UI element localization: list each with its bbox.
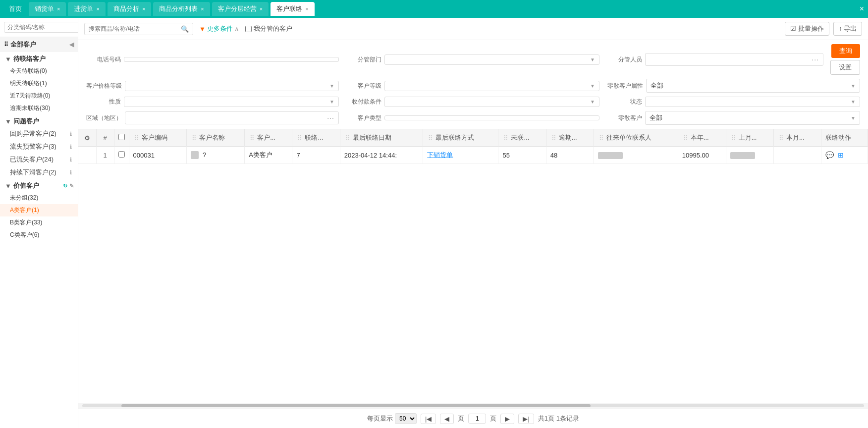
total-records: 共1页 1条记录 [538,414,579,423]
tab-product-analysis-list[interactable]: 商品分析列表 × [153,2,210,16]
name-tag-icon [191,151,199,159]
table-row: 1 000031 ? A类客户 7 2023-04-12 14:44: 下销货单… [78,147,868,164]
more-conditions-btn[interactable]: ▼ 更多条件 ∧ [199,24,239,33]
sidebar-item-unclassified[interactable]: 未分组(32) [0,192,78,204]
table-header-gear[interactable]: ⚙ [78,129,96,147]
sidebar-item-class-b[interactable]: B类客户(33) [0,216,78,229]
sidebar-item-declining[interactable]: 持续下滑客户(2) ℹ [0,166,78,179]
select-all-checkbox[interactable] [118,134,125,140]
filter-row-nature: 性质 ▼ [86,97,339,107]
tab-product-analysis[interactable]: 商品分析 × [108,2,151,16]
query-btn[interactable]: 查询 [831,44,860,58]
close-tab-customer-segment[interactable]: × [260,6,263,12]
edit-icon[interactable]: ✎ [69,183,74,189]
search-input[interactable] [89,25,179,32]
table-header-name[interactable]: ⠿ 客户名称 [187,129,245,147]
table-header-overdue[interactable]: ⠿ 逾期... [546,129,594,147]
table-header-this-year[interactable]: ⠿ 本年... [678,129,726,147]
sidebar-item-class-a[interactable]: A类客户(1) [0,204,78,216]
row-action: 💬 ⊞ [821,147,868,164]
row-checkbox[interactable] [118,151,125,158]
filter-row-price-level: 客户价格等级 ▼ [86,79,339,93]
table-header-checkbox[interactable] [114,129,129,147]
horizontal-scrollbar[interactable] [78,403,868,409]
sidebar-item-churn-warning[interactable]: 流失预警客户(3) ℹ [0,140,78,153]
tab-customer-segment[interactable]: 客户分层经营 × [212,2,269,16]
prev-page-btn[interactable]: ◀ [440,414,454,424]
first-page-btn[interactable]: |◀ [421,414,436,424]
col-divider-10: ⠿ [683,134,688,142]
close-all-tabs[interactable]: × [860,4,864,13]
sidebar-item-repurchase[interactable]: 回购异常客户(2) ℹ [0,127,78,140]
sidebar-item-class-c[interactable]: C类客户(6) [0,229,78,241]
sidebar-item-tomorrow-wait[interactable]: 明天待联络(1) [0,77,78,90]
region-input[interactable]: ··· [125,111,339,124]
export-btn[interactable]: ↑ 导出 [833,22,862,36]
row-last-method[interactable]: 下销货单 [423,147,498,164]
tab-sales-order[interactable]: 销货单 × [29,2,66,16]
tab-purchase-order[interactable]: 进货单 × [68,2,105,16]
dept-select[interactable]: ▼ [384,54,599,65]
close-tab-product-analysis-list[interactable]: × [201,6,204,12]
table-header-type[interactable]: ⠿ 客户... [245,129,292,147]
close-tab-sales-order[interactable]: × [57,6,60,12]
price-level-select[interactable]: ▼ [125,81,339,91]
retail-cust-label: 零散客户 [607,114,642,122]
retail-cust-select[interactable]: 全部 ▼ [645,111,860,125]
row-overdue: 48 [546,147,594,164]
scrollbar-thumb[interactable] [121,404,591,407]
table-header-last-date[interactable]: ⠿ 最后联络日期 [340,129,423,147]
sidebar-search-input[interactable] [4,22,78,33]
all-customers-header[interactable]: ⠿ 全部客户 ◀ [0,37,78,52]
qrcode-icon[interactable]: ⊞ [838,151,844,159]
last-page-btn[interactable]: ▶| [518,414,534,424]
col-divider-12: ⠿ [779,134,784,142]
cust-type-input[interactable] [384,115,599,120]
manager-dots: ··· [812,55,819,63]
table-header-code[interactable]: ⠿ 客户编码 [129,129,187,147]
row-num: 1 [96,147,114,164]
sidebar-item-churned[interactable]: 已流失客户(24) ℹ [0,153,78,166]
row-checkbox-cell[interactable] [114,147,129,164]
table-header-this-month[interactable]: ⠿ 本月... [773,129,821,147]
my-customers-check[interactable] [245,26,252,32]
close-tab-purchase-order[interactable]: × [96,6,99,12]
status-select[interactable]: ▼ [645,97,860,107]
col-divider-3: ⠿ [250,134,255,142]
refresh-icon[interactable]: ↻ [63,183,67,189]
nature-select[interactable]: ▼ [124,97,339,107]
table-header-contacts[interactable]: ⠿ 联络... [292,129,340,147]
sidebar-item-today-wait[interactable]: 今天待联络(0) [0,65,78,77]
table-header-unit-contact[interactable]: ⠿ 往来单位联系人 [594,129,678,147]
close-tab-product-analysis[interactable]: × [142,6,145,12]
sidebar-collapse-btn[interactable]: ◀ [69,41,74,48]
sidebar-item-7days-wait[interactable]: 近7天待联络(0) [0,90,78,102]
row-contacts: 7 [292,147,340,164]
filter-icon: ▼ [199,25,206,33]
phone-input[interactable] [124,57,339,62]
row-last-date: 2023-04-12 14:44: [340,147,423,164]
sidebar-item-overdue-wait[interactable]: 逾期未联络(30) [0,102,78,114]
my-customers-checkbox[interactable]: 我分管的客户 [245,24,292,33]
next-page-btn[interactable]: ▶ [500,414,514,424]
filter-search-icon[interactable]: 🔍 [181,25,189,33]
per-page-select[interactable]: 50 [395,413,417,424]
contact-icon[interactable]: 💬 [825,151,834,159]
table-header-last-month[interactable]: ⠿ 上月... [726,129,773,147]
manager-input[interactable]: ··· [645,53,823,66]
payment-select[interactable]: ▼ [384,97,599,107]
retail-attr-select[interactable]: 全部 ▼ [646,79,860,93]
sidebar-problem-customers-group: ▼ 问题客户 [0,114,78,127]
table-header-row: ⚙ # ⠿ 客户编码 ⠿ 客户名称 ⠿ 客户... ⠿ 联络... ⠿ 最后联络… [78,129,868,147]
tab-customer-contact[interactable]: 客户联络 × [271,2,314,16]
home-tab[interactable]: 首页 [4,4,27,13]
table-header-no-contact[interactable]: ⠿ 未联... [498,129,546,147]
close-tab-customer-contact[interactable]: × [305,6,308,12]
batch-operation-btn[interactable]: ☑ 批量操作 [785,22,829,36]
cust-level-select[interactable]: ▼ [384,81,599,91]
settings-btn[interactable]: 设置 [830,60,860,75]
top-navigation: 首页 销货单 × 进货单 × 商品分析 × 商品分析列表 × 客户分层经营 × … [0,0,868,18]
last-method-link[interactable]: 下销货单 [427,151,453,159]
table-header-last-method[interactable]: ⠿ 最后联络方式 [423,129,498,147]
page-number-input[interactable] [468,414,486,424]
